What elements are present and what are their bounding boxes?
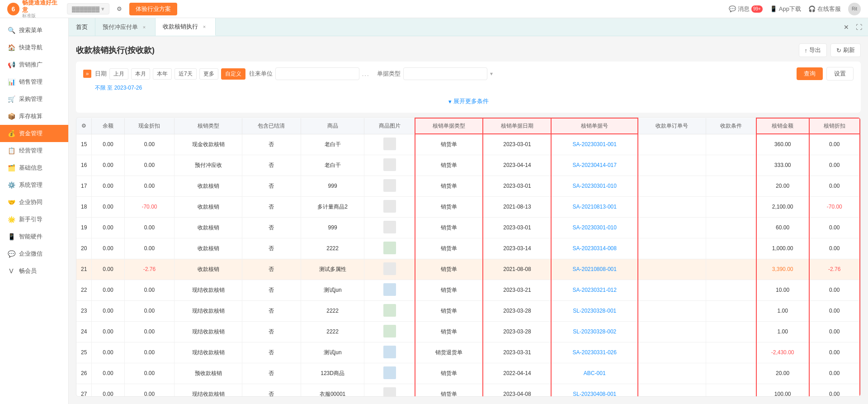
sidebar-item-corpwx[interactable]: 💬 企业微信: [0, 245, 68, 262]
sidebar-item-search[interactable]: 🔍 搜索菜单: [0, 22, 68, 39]
industry-btn[interactable]: 体验行业方案: [129, 3, 177, 15]
cell-receipt-condition: [706, 300, 756, 321]
cell-write-off-type: 现结收款核销: [175, 384, 242, 397]
company-selector[interactable]: ▓▓▓▓▓▓▓ ▾: [67, 3, 109, 14]
table-row: 19 0.00 0.00 收款核销 否 999 销货单 2023-03-01 S…: [76, 217, 860, 238]
cell-goods: 测试多属性: [301, 259, 364, 280]
sidebar-item-newguide[interactable]: 🌟 新手引导: [0, 211, 68, 228]
filter-partner-item: 往来单位 ...: [249, 67, 370, 80]
tab-close-all-btn[interactable]: ✕: [841, 22, 852, 33]
cell-writeoff-bill-date: 2022-04-14: [483, 363, 551, 384]
writeoff-bill-no-link[interactable]: SL-20230328-002: [573, 328, 616, 335]
filter-settings-button[interactable]: 设置: [826, 67, 854, 81]
writeoff-bill-no-link[interactable]: SA-20230414-017: [573, 162, 617, 168]
cell-writeoff-bill-no[interactable]: SA-20210808-001: [551, 259, 638, 280]
sidebar-item-sales[interactable]: 📊 销售管理: [0, 73, 68, 90]
writeoff-bill-no-link[interactable]: SA-20230321-012: [573, 287, 617, 293]
cell-writeoff-discount: 0.00: [809, 321, 860, 342]
tab-prepay[interactable]: 预付冲应付单 ×: [95, 18, 156, 36]
col-settings[interactable]: ⚙: [76, 118, 92, 134]
writeoff-bill-no-link[interactable]: SA-20230331-026: [573, 349, 617, 356]
cell-writeoff-bill-no[interactable]: SA-20230301-010: [551, 176, 638, 196]
user-avatar[interactable]: Rit: [848, 3, 861, 15]
app-download-area[interactable]: 📱 App下载: [770, 5, 801, 13]
tab-prepay-close[interactable]: ×: [141, 24, 148, 31]
cell-writeoff-bill-no[interactable]: SA-20230414-017: [551, 155, 638, 176]
cell-cash-discount: -70.00: [124, 196, 175, 217]
cell-no: 17: [76, 176, 92, 196]
sidebar-item-member[interactable]: V 畅会员: [0, 262, 68, 280]
col-write-off-type: 核销类型: [175, 118, 242, 134]
filter-custom[interactable]: 自定义: [221, 68, 245, 80]
gear-button[interactable]: ⚙: [113, 3, 126, 15]
cell-writeoff-bill-no[interactable]: SA-20230331-026: [551, 342, 638, 363]
filter-this-month[interactable]: 本月: [131, 68, 150, 80]
cell-writeoff-bill-no[interactable]: SA-20230314-008: [551, 238, 638, 259]
filter-last-month[interactable]: 上月: [109, 68, 128, 80]
sidebar-item-quicknav[interactable]: 🏠 快捷导航: [0, 39, 68, 56]
writeoff-bill-no-link[interactable]: SA-20230314-008: [573, 245, 617, 252]
sidebar-item-marketing[interactable]: 📢 营销推广: [0, 56, 68, 73]
top-bar: 6 畅捷通通好生意 标准版 ▓▓▓▓▓▓▓ ▾ ⚙ 体验行业方案 💬 消息 99…: [0, 0, 868, 18]
cell-writeoff-bill-no[interactable]: ABC-001: [551, 363, 638, 384]
expand-arrow-icon[interactable]: »: [83, 70, 91, 78]
cell-include-settled: 否: [242, 342, 301, 363]
cell-writeoff-discount: 0.00: [809, 217, 860, 238]
writeoff-bill-no-link[interactable]: SA-20230301-010: [573, 224, 617, 231]
tab-expand-btn[interactable]: ⛶: [854, 22, 864, 33]
cell-write-off-type: 收款核销: [175, 238, 242, 259]
online-service-area[interactable]: 🎧 在线客服: [808, 5, 841, 13]
tab-receipt[interactable]: 收款核销执行 ×: [156, 18, 216, 36]
tab-home[interactable]: 首页: [69, 18, 95, 36]
filter-partner-input[interactable]: [275, 67, 359, 80]
cell-writeoff-bill-no[interactable]: SL-20230328-001: [551, 300, 638, 321]
writeoff-bill-no-link[interactable]: ABC-001: [584, 370, 606, 376]
writeoff-bill-no-link[interactable]: SA-20210808-001: [573, 266, 617, 272]
expand-more-conditions[interactable]: ▾ 展开更多条件: [83, 95, 854, 107]
cell-writeoff-bill-no[interactable]: SL-20230328-002: [551, 321, 638, 342]
sidebar-item-corpcollab[interactable]: 🤝 企业协同: [0, 194, 68, 211]
sidebar-label-bizmanage: 经营管理: [19, 147, 42, 155]
filter-this-year[interactable]: 本年: [153, 68, 172, 80]
cell-goods: 2222: [301, 238, 364, 259]
sidebar-item-sysmanage[interactable]: ⚙️ 系统管理: [0, 176, 68, 194]
expand-arrow-btn[interactable]: »: [83, 70, 91, 78]
cell-cash-discount: 0.00: [124, 280, 175, 300]
writeoff-bill-no-link[interactable]: SL-20230408-001: [573, 391, 616, 397]
cell-writeoff-bill-no[interactable]: SA-20210813-001: [551, 196, 638, 217]
filter-bill-type-input[interactable]: [403, 67, 487, 80]
cell-receipt-condition: [706, 134, 756, 155]
query-button[interactable]: 查询: [797, 67, 823, 80]
sidebar-item-finance[interactable]: 💰 资金管理: [0, 125, 68, 142]
bill-type-dropdown-icon[interactable]: ▾: [490, 71, 493, 77]
cell-writeoff-bill-no[interactable]: SL-20230408-001: [551, 384, 638, 397]
writeoff-bill-no-link[interactable]: SA-20230301-010: [573, 183, 617, 189]
writeoff-bill-no-link[interactable]: SL-20230328-001: [573, 308, 616, 314]
partner-dots: ...: [362, 71, 370, 77]
cell-writeoff-bill-date: 2023-04-08: [483, 384, 551, 397]
cell-include-settled: 否: [242, 238, 301, 259]
cell-receipt-order-no: [638, 238, 706, 259]
sidebar-item-bizmanage[interactable]: 📋 经营管理: [0, 142, 68, 159]
refresh-button[interactable]: ↻ 刷新: [830, 43, 861, 57]
page-title: 收款核销执行(按收款): [76, 45, 155, 56]
cell-writeoff-bill-no[interactable]: SA-20230301-010: [551, 217, 638, 238]
cell-no: 22: [76, 280, 92, 300]
export-button[interactable]: ↑ 导出: [799, 43, 827, 57]
cell-writeoff-bill-no[interactable]: SA-20230301-001: [551, 134, 638, 155]
filter-last-7-days[interactable]: 近7天: [175, 68, 197, 80]
cell-writeoff-bill-date: 2021-08-08: [483, 259, 551, 280]
filter-mid-section: 往来单位 ... 单据类型 ▾: [249, 67, 793, 80]
sidebar-item-purchase[interactable]: 🛒 采购管理: [0, 90, 68, 108]
sidebar-item-inventory[interactable]: 📦 库存核算: [0, 108, 68, 125]
writeoff-bill-no-link[interactable]: SA-20230301-001: [573, 141, 617, 147]
filter-more[interactable]: 更多: [199, 68, 218, 80]
table-row: 21 0.00 -2.76 收款核销 否 测试多属性 销货单 2021-08-0…: [76, 259, 860, 280]
writeoff-bill-no-link[interactable]: SA-20210813-001: [573, 204, 617, 210]
sidebar-item-smarthw[interactable]: 📱 智能硬件: [0, 228, 68, 245]
cell-goods-img: [364, 176, 415, 196]
tab-receipt-close[interactable]: ×: [201, 23, 208, 30]
notification-area[interactable]: 💬 消息 99+: [729, 5, 763, 13]
cell-writeoff-bill-no[interactable]: SA-20230321-012: [551, 280, 638, 300]
sidebar-item-basicinfo[interactable]: 🗂️ 基础信息: [0, 159, 68, 176]
